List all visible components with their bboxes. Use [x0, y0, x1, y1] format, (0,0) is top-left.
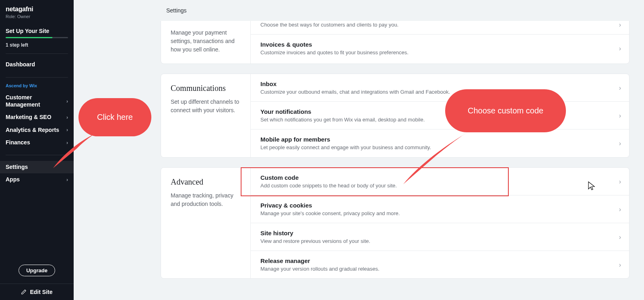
row-texts: Release manager Manage your version roll… [260, 257, 614, 273]
upgrade-button[interactable]: Upgrade [19, 265, 55, 276]
row-desc: Customize invoices and quotes to fit you… [260, 49, 614, 56]
section-right: Choose the best ways for customers and c… [250, 21, 629, 64]
nav-marketing-seo[interactable]: Marketing & SEO › [0, 111, 74, 124]
section-title: Advanced [171, 177, 241, 187]
sidebar-bottom: Upgrade Edit Site [0, 258, 74, 300]
username: netagafni [6, 6, 68, 13]
section-left: Manage your payment settings, transactio… [161, 21, 250, 64]
row-your-notifications[interactable]: Your notifications Set which notificatio… [251, 102, 629, 129]
section-desc: Manage tracking, privacy and production … [171, 191, 241, 208]
chevron-right-icon: › [614, 112, 621, 119]
row-desc: Manage your version rollouts and gradual… [260, 265, 614, 273]
nav-item-label: Apps [6, 176, 66, 183]
chevron-right-icon: › [66, 127, 68, 133]
app-root: netagafni Role: Owner Set Up Your Site 1… [0, 0, 644, 300]
row-title: Invoices & quotes [260, 41, 614, 48]
nav-apps[interactable]: Apps › [0, 173, 74, 186]
setup-title: Set Up Your Site [6, 28, 68, 34]
section-payments: Manage your payment settings, transactio… [161, 21, 630, 64]
row-texts: Choose the best ways for customers and c… [260, 21, 614, 29]
row-desc: Choose the best ways for customers and c… [260, 21, 614, 29]
nav-item-label: Marketing & SEO [6, 114, 66, 121]
row-desc: View and restore previous versions of yo… [260, 238, 614, 245]
chevron-right-icon: › [614, 140, 621, 147]
row-inbox[interactable]: Inbox Customize your outbound emails, ch… [251, 74, 629, 102]
pencil-icon [21, 289, 27, 295]
main: Settings Manage your payment settings, t… [74, 0, 644, 300]
sidebar-divider [6, 53, 68, 54]
chevron-right-icon: › [614, 45, 621, 52]
row-desc: Customize your outbound emails, chat and… [260, 88, 614, 96]
row-site-history[interactable]: Site history View and restore previous v… [251, 223, 629, 251]
sidebar-header: netagafni Role: Owner [0, 0, 74, 21]
setup-progress-bar [6, 37, 68, 38]
setup-block[interactable]: Set Up Your Site 1 step left [0, 24, 74, 48]
topbar: Settings [74, 0, 644, 21]
section-advanced: Advanced Manage tracking, privacy and pr… [161, 167, 630, 279]
chevron-right-icon: › [614, 261, 621, 269]
row-payment-methods[interactable]: Choose the best ways for customers and c… [251, 21, 629, 35]
section-left: Advanced Manage tracking, privacy and pr… [161, 168, 250, 279]
row-texts: Invoices & quotes Customize invoices and… [260, 41, 614, 56]
row-desc: Manage your site's cookie consent, priva… [260, 210, 614, 217]
chevron-right-icon: › [614, 84, 621, 92]
row-invoices-quotes[interactable]: Invoices & quotes Customize invoices and… [251, 35, 629, 62]
row-title: Inbox [260, 80, 614, 87]
chevron-right-icon: › [66, 99, 68, 104]
chevron-right-icon: › [66, 115, 68, 120]
nav-customer-management[interactable]: Customer Management › [0, 91, 74, 111]
section-title: Communications [171, 84, 241, 93]
annotation-bubble-click-here: Click here [78, 98, 151, 136]
setup-progress-fill [6, 37, 52, 38]
cursor-icon [588, 181, 596, 192]
row-texts: Inbox Customize your outbound emails, ch… [260, 80, 614, 96]
nav-item-label: Customer Management [6, 94, 66, 108]
ascend-label: Ascend by Wix [0, 83, 74, 91]
annotation-tail-icon [52, 133, 97, 169]
row-privacy-cookies[interactable]: Privacy & cookies Manage your site's coo… [251, 195, 629, 223]
row-title: Release manager [260, 257, 614, 264]
row-title: Site history [260, 230, 614, 236]
edit-site-button[interactable]: Edit Site [0, 284, 74, 300]
page-title: Settings [166, 7, 187, 14]
row-texts: Privacy & cookies Manage your site's coo… [260, 202, 614, 217]
section-desc: Manage your payment settings, transactio… [171, 29, 241, 54]
row-release-manager[interactable]: Release manager Manage your version roll… [251, 251, 629, 278]
user-role: Role: Owner [6, 14, 68, 19]
chevron-right-icon: › [614, 178, 621, 185]
annotation-tail-icon [402, 133, 467, 185]
edit-site-label: Edit Site [30, 289, 52, 295]
setup-step-left: 1 step left [6, 42, 68, 48]
chevron-right-icon: › [614, 21, 621, 29]
sidebar-divider [6, 77, 68, 78]
nav-dashboard[interactable]: Dashboard [0, 60, 74, 72]
annotation-bubble-choose-custom-code: Choose custom code [445, 89, 566, 132]
row-title: Privacy & cookies [260, 202, 614, 209]
chevron-right-icon: › [66, 177, 68, 183]
chevron-right-icon: › [614, 206, 621, 213]
section-left: Communications Set up different channels… [161, 74, 250, 157]
content: Manage your payment settings, transactio… [74, 21, 644, 300]
upgrade-wrap: Upgrade [0, 258, 74, 284]
section-desc: Set up different channels to connect wit… [171, 98, 241, 115]
chevron-right-icon: › [614, 234, 621, 241]
row-texts: Site history View and restore previous v… [260, 230, 614, 245]
